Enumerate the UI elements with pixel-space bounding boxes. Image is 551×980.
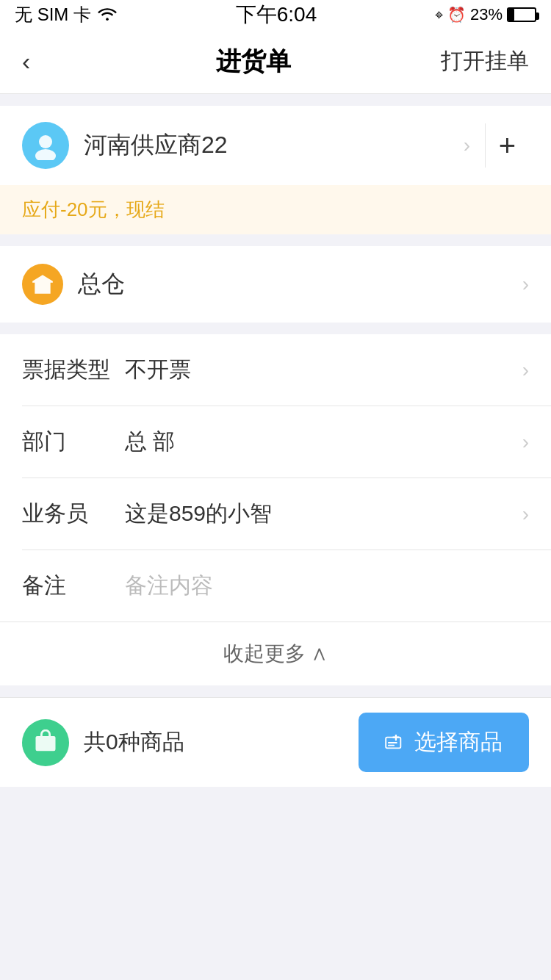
supplier-avatar (22, 122, 69, 169)
svg-point-1 (35, 149, 56, 160)
battery-percent: 23% (470, 5, 503, 24)
remark-row[interactable]: 备注 备注内容 (0, 550, 551, 621)
warehouse-chevron-icon: › (522, 273, 529, 296)
product-icon (22, 719, 69, 766)
warehouse-row[interactable]: 总仓 › (0, 246, 551, 323)
warehouse-icon (22, 264, 63, 305)
notice-bar: 应付-20元，现结 (0, 185, 551, 234)
invoice-chevron-icon: › (522, 359, 529, 382)
dept-label: 部门 (22, 427, 125, 457)
warehouse-name: 总仓 (78, 268, 522, 300)
supplier-row[interactable]: 河南供应商22 › + (0, 106, 551, 185)
dept-chevron-icon: › (522, 430, 529, 454)
product-count-label: 共0种商品 (84, 727, 359, 757)
salesperson-row[interactable]: 业务员 这是859的小智 › (0, 478, 551, 550)
battery-icon (507, 7, 536, 22)
invoice-label: 票据类型 (22, 355, 125, 385)
remark-label: 备注 (22, 571, 125, 601)
select-product-label: 选择商品 (414, 727, 503, 757)
alarm-icon: ⏰ (447, 6, 466, 24)
open-pending-button[interactable]: 打开挂单 (441, 46, 529, 76)
collapse-button[interactable]: 收起更多 ∧ (223, 640, 328, 668)
carrier-label: 无 SIM 卡 (15, 3, 91, 26)
supplier-chevron-icon: › (464, 134, 470, 157)
divider-1 (0, 234, 551, 246)
collapse-row: 收起更多 ∧ (0, 621, 551, 685)
time-label: 下午6:04 (236, 1, 317, 29)
supplier-name: 河南供应商22 (84, 129, 464, 162)
status-right: ⌖ ⏰ 23% (435, 5, 536, 24)
dept-value: 总 部 (125, 427, 522, 457)
notice-text: 应付-20元，现结 (22, 198, 165, 220)
add-supplier-button[interactable]: + (485, 123, 529, 167)
invoice-value: 不开票 (125, 355, 522, 385)
warehouse-section: 总仓 › (0, 246, 551, 323)
dept-row[interactable]: 部门 总 部 › (0, 406, 551, 478)
page-title: 进货单 (66, 45, 441, 79)
top-divider (0, 94, 551, 106)
supplier-section: 河南供应商22 › + 应付-20元，现结 (0, 106, 551, 234)
nav-bar: ‹ 进货单 打开挂单 (0, 29, 551, 94)
divider-2 (0, 323, 551, 334)
salesperson-value: 这是859的小智 (125, 499, 522, 529)
status-bar: 无 SIM 卡 下午6:04 ⌖ ⏰ 23% (0, 0, 551, 29)
salesperson-chevron-icon: › (522, 502, 529, 526)
location-icon: ⌖ (435, 7, 443, 24)
remark-input[interactable]: 备注内容 (125, 571, 529, 601)
select-product-button[interactable]: 选择商品 (359, 713, 529, 772)
svg-rect-2 (36, 736, 56, 751)
salesperson-label: 业务员 (22, 499, 125, 529)
svg-point-0 (39, 135, 52, 148)
status-left: 无 SIM 卡 (15, 3, 118, 26)
back-button[interactable]: ‹ (22, 47, 66, 76)
bottom-bar: 共0种商品 选择商品 (0, 697, 551, 787)
form-section: 票据类型 不开票 › 部门 总 部 › 业务员 这是859的小智 › 备注 备注… (0, 334, 551, 685)
invoice-row[interactable]: 票据类型 不开票 › (0, 334, 551, 406)
wifi-icon (97, 4, 118, 25)
